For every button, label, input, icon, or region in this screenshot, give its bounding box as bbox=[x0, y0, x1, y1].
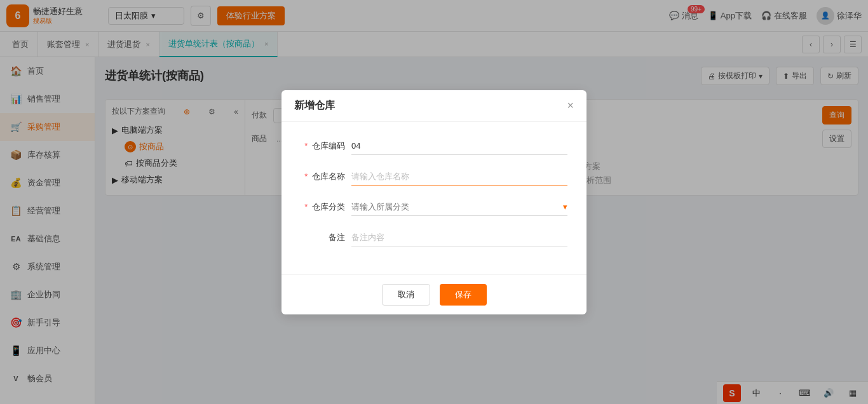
warehouse-remark-label: 备注 bbox=[301, 232, 351, 243]
warehouse-remark-input[interactable] bbox=[351, 229, 567, 246]
modal-header: 新增仓库 × bbox=[281, 90, 587, 122]
warehouse-name-input[interactable] bbox=[351, 168, 567, 185]
modal-footer: 取消 保存 bbox=[281, 274, 587, 314]
save-button[interactable]: 保存 bbox=[440, 284, 487, 306]
warehouse-name-row: * 仓库名称 bbox=[301, 168, 567, 185]
modal-close-button[interactable]: × bbox=[567, 99, 574, 112]
warehouse-category-row: * 仓库分类 ▾ bbox=[301, 198, 567, 216]
warehouse-category-label: * 仓库分类 bbox=[301, 201, 351, 213]
modal-overlay: 新增仓库 × * 仓库编码 * 仓库名称 * 仓库分 bbox=[0, 0, 868, 404]
chevron-down-icon: ▾ bbox=[563, 202, 567, 212]
warehouse-code-input[interactable] bbox=[351, 137, 567, 155]
warehouse-name-label: * 仓库名称 bbox=[301, 171, 351, 182]
modal-body: * 仓库编码 * 仓库名称 * 仓库分类 ▾ bbox=[281, 122, 587, 274]
category-input[interactable] bbox=[351, 202, 563, 212]
warehouse-code-label: * 仓库编码 bbox=[301, 140, 351, 152]
warehouse-category-select[interactable]: ▾ bbox=[351, 198, 567, 216]
warehouse-remark-row: 备注 bbox=[301, 229, 567, 246]
cancel-button[interactable]: 取消 bbox=[382, 284, 430, 306]
warehouse-code-row: * 仓库编码 bbox=[301, 137, 567, 155]
modal-title: 新增仓库 bbox=[294, 99, 335, 112]
add-warehouse-modal: 新增仓库 × * 仓库编码 * 仓库名称 * 仓库分 bbox=[281, 90, 587, 314]
